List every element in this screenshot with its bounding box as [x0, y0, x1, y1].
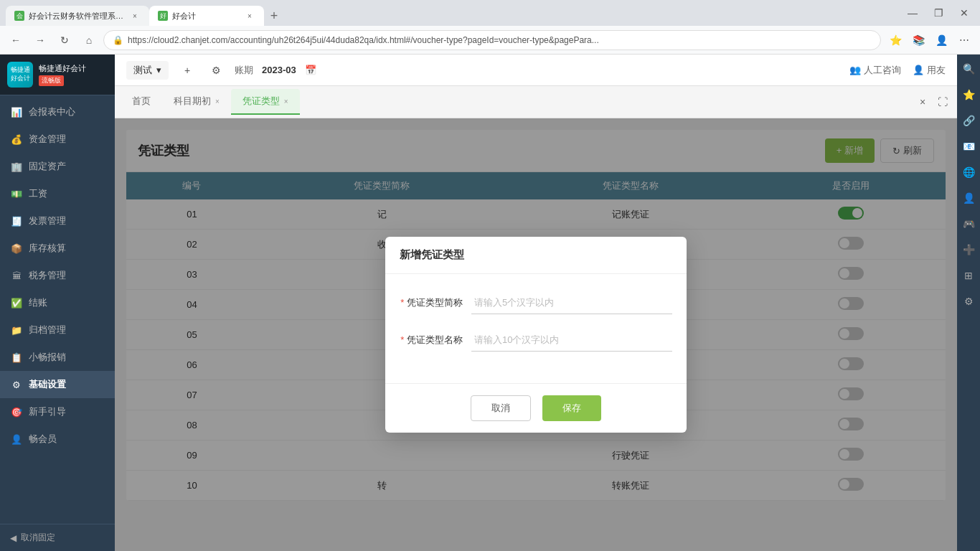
reports-icon: 📊 — [10, 105, 23, 118]
sidebar-item-reports[interactable]: 📊 会报表中心 — [0, 98, 115, 126]
sidebar-footer[interactable]: ◀ 取消固定 — [0, 524, 115, 551]
home-button[interactable]: ⌂ — [79, 30, 99, 50]
right-add-icon[interactable]: ➕ — [960, 241, 977, 258]
sidebar-item-member[interactable]: 👤 畅会员 — [0, 425, 115, 453]
tab-voucher-type[interactable]: 凭证类型 × — [231, 89, 300, 115]
add-company-button[interactable]: + — [177, 60, 197, 80]
dropdown-icon: ▾ — [156, 65, 161, 75]
header-actions: 👥 人工咨询 👤 用友 — [849, 64, 946, 77]
user-icon: 👤 — [913, 65, 924, 75]
sidebar-item-report[interactable]: 📋 小畅报销 — [0, 344, 115, 371]
refresh-button[interactable]: ↻ — [55, 30, 75, 50]
checkout-icon: ✅ — [10, 296, 23, 309]
tab-favicon-1: 会 — [14, 11, 24, 21]
sidebar-item-checkout[interactable]: ✅ 结账 — [0, 289, 115, 316]
extensions-icon[interactable]: ⭐ — [885, 30, 905, 50]
tab-home[interactable]: 首页 — [121, 89, 162, 115]
minimize-button[interactable]: — — [903, 3, 923, 23]
user-button[interactable]: 👤 用友 — [913, 64, 946, 77]
save-button[interactable]: 保存 — [542, 395, 601, 421]
right-panel: 🔍 ⭐ 🔗 📧 🌐 👤 🎮 ➕ ⊞ ⚙ — [957, 55, 980, 551]
back-button[interactable]: ← — [6, 30, 26, 50]
modal-header: 新增凭证类型 — [385, 237, 687, 274]
header-settings-icon[interactable]: ⚙ — [206, 60, 226, 80]
right-game-icon[interactable]: 🎮 — [960, 215, 977, 232]
page-tabs-row: 首页 科目期初 × 凭证类型 × × ⛶ — [115, 86, 957, 118]
sidebar-item-assets[interactable]: 🏢 固定资产 — [0, 153, 115, 180]
logo-text: 畅捷通好会计 流畅版 — [39, 63, 86, 86]
form-row-short: 凭证类型简称 — [400, 291, 672, 314]
cancel-button[interactable]: 取消 — [471, 395, 531, 421]
consult-icon: 👥 — [849, 65, 861, 75]
inventory-icon: 📦 — [10, 242, 23, 255]
sidebar-item-inventory[interactable]: 📦 库存核算 — [0, 235, 115, 262]
sidebar-item-archive[interactable]: 📁 归档管理 — [0, 316, 115, 344]
form-row-name: 凭证类型名称 — [400, 329, 672, 352]
sidebar-item-invoices[interactable]: 🧾 发票管理 — [0, 207, 115, 235]
consult-button[interactable]: 👥 人工咨询 — [849, 64, 901, 77]
bookmark-icon[interactable]: 📚 — [908, 30, 928, 50]
tab-subject-close[interactable]: × — [215, 98, 220, 105]
right-email-icon[interactable]: 📧 — [960, 138, 977, 155]
calendar-icon[interactable]: 📅 — [305, 65, 316, 75]
company-selector[interactable]: 测试 ▾ — [126, 61, 169, 80]
modal-title: 新增凭证类型 — [400, 248, 464, 262]
right-grid-icon[interactable]: ⊞ — [960, 267, 977, 284]
menu-icon[interactable]: ⋯ — [954, 30, 974, 50]
sidebar-item-funds[interactable]: 💰 资金管理 — [0, 126, 115, 153]
browser-toolbar: ← → ↻ ⌂ 🔒 https://cloud2.chanjet.com/acc… — [0, 26, 980, 55]
tab-close-btn[interactable]: × — [914, 93, 931, 110]
settings-icon: ⚙ — [10, 378, 23, 391]
name-input[interactable] — [471, 329, 672, 352]
tab-window-controls: × ⛶ — [914, 93, 951, 110]
sidebar-menu: 📊 会报表中心 💰 资金管理 🏢 固定资产 💵 工资 🧾 发票管理 📦 — [0, 95, 115, 524]
toolbar-actions: ⭐ 📚 👤 ⋯ — [885, 30, 974, 50]
member-icon: 👤 — [10, 433, 23, 446]
sidebar-item-settings[interactable]: ⚙ 基础设置 — [0, 371, 115, 398]
tab-expand-btn[interactable]: ⛶ — [934, 93, 951, 110]
close-button[interactable]: ✕ — [954, 3, 974, 23]
browser-tab-2[interactable]: 好 好会计 × — [149, 6, 264, 26]
app-wrapper: 畅捷通好会计 畅捷通好会计 流畅版 📊 会报表中心 💰 资金管理 🏢 固定资产 … — [0, 55, 980, 551]
profile-icon[interactable]: 👤 — [931, 30, 951, 50]
tab-close-2[interactable]: × — [244, 10, 255, 22]
logo-icon: 畅捷通好会计 — [7, 62, 33, 88]
tax-icon: 🏛 — [10, 269, 23, 282]
browser-chrome: 会 好会计云财务软件管理系统_会计 × 好 好会计 × + — ❐ ✕ — [0, 0, 980, 26]
tab-close-1[interactable]: × — [129, 10, 141, 22]
forward-button[interactable]: → — [30, 30, 50, 50]
right-browser-icon[interactable]: 🌐 — [960, 164, 977, 181]
modal-overlay: 新增凭证类型 凭证类型简称 凭证类型名称 取消 — [115, 118, 957, 551]
url-display: https://cloud2.chanjet.com/accounting/uh… — [128, 35, 872, 45]
right-star-icon[interactable]: ⭐ — [960, 86, 977, 103]
sidebar-item-guide[interactable]: 🎯 新手引导 — [0, 398, 115, 425]
assets-icon: 🏢 — [10, 160, 23, 173]
content-area: 凭证类型 + 新增 ↻ 刷新 编号 凭证类型简称 — [115, 118, 957, 551]
modal-footer: 取消 保存 — [385, 383, 687, 433]
guide-icon: 🎯 — [10, 405, 23, 418]
archive-icon: 📁 — [10, 324, 23, 336]
sidebar-item-tax[interactable]: 🏛 税务管理 — [0, 262, 115, 289]
right-user-icon[interactable]: 👤 — [960, 189, 977, 207]
tab-favicon-2: 好 — [158, 11, 168, 21]
name-label: 凭证类型名称 — [400, 334, 471, 347]
company-name: 测试 — [133, 64, 152, 77]
main-content: 测试 ▾ + ⚙ 账期 2023-03 📅 👥 人工咨询 👤 用友 — [115, 55, 957, 551]
address-bar[interactable]: 🔒 https://cloud2.chanjet.com/accounting/… — [103, 30, 881, 50]
tab-subject[interactable]: 科目期初 × — [162, 89, 231, 115]
browser-tabs: 会 好会计云财务软件管理系统_会计 × 好 好会计 × + — [6, 0, 284, 26]
salary-icon: 💵 — [10, 187, 23, 200]
tab-voucher-close[interactable]: × — [284, 98, 288, 105]
browser-tab-1[interactable]: 会 好会计云财务软件管理系统_会计 × — [6, 6, 149, 26]
new-tab-button[interactable]: + — [264, 6, 284, 26]
maximize-button[interactable]: ❐ — [928, 3, 948, 23]
tab-title-1: 好会计云财务软件管理系统_会计 — [29, 11, 125, 22]
sidebar-item-salary[interactable]: 💵 工资 — [0, 180, 115, 207]
invoices-icon: 🧾 — [10, 215, 23, 227]
right-search-icon[interactable]: 🔍 — [960, 60, 977, 77]
right-settings-icon[interactable]: ⚙ — [960, 293, 977, 310]
right-link-icon[interactable]: 🔗 — [960, 112, 977, 129]
sidebar: 畅捷通好会计 畅捷通好会计 流畅版 📊 会报表中心 💰 资金管理 🏢 固定资产 … — [0, 55, 115, 551]
new-voucher-modal: 新增凭证类型 凭证类型简称 凭证类型名称 取消 — [385, 237, 687, 433]
short-input[interactable] — [471, 291, 672, 314]
